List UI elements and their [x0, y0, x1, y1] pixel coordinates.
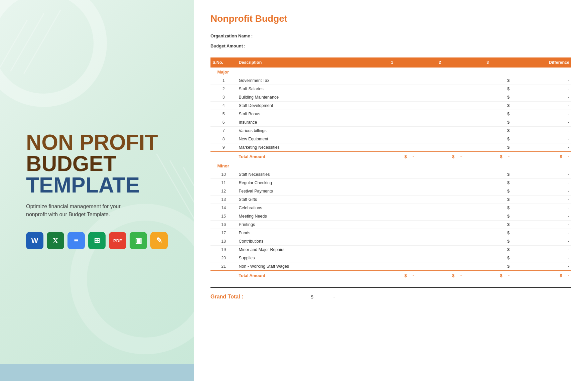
row-col1: [368, 254, 416, 262]
row-desc: New Equipment: [237, 135, 368, 143]
row-desc: Staff Salaries: [237, 85, 368, 93]
table-row: 19 Minor and Major Repairs $ -: [210, 246, 571, 254]
section-header-row: Major: [210, 68, 571, 77]
row-col3: $: [464, 212, 511, 221]
row-col1: [368, 212, 416, 221]
total-diff: $ -: [511, 271, 571, 280]
row-col1: [368, 143, 416, 152]
header-col2: 2: [416, 57, 464, 68]
row-col1: [368, 93, 416, 102]
row-col2: [416, 77, 464, 85]
total-col1: $ -: [368, 271, 416, 280]
row-desc: Meeting Needs: [237, 212, 368, 221]
row-col3: $: [464, 221, 511, 229]
row-desc: Building Maintenance: [237, 93, 368, 102]
row-diff: -: [511, 170, 571, 179]
row-diff: -: [511, 254, 571, 262]
total-diff: $ -: [511, 152, 571, 161]
table-row: 1 Government Tax $ -: [210, 77, 571, 85]
row-col2: [416, 127, 464, 135]
table-row: 8 New Equipment $ -: [210, 135, 571, 143]
row-col1: [368, 246, 416, 254]
row-col2: [416, 262, 464, 271]
section-header-label: Major: [210, 68, 571, 77]
total-col2: $ -: [416, 152, 464, 161]
row-col2: [416, 204, 464, 212]
table-row: 11 Regular Checking $ -: [210, 179, 571, 187]
row-desc: Staff Gifts: [237, 196, 368, 204]
row-sno: 12: [210, 187, 237, 196]
total-sno: [210, 152, 237, 161]
header-diff: Difference: [511, 57, 571, 68]
row-col2: [416, 102, 464, 110]
numbers-icon: ▣: [130, 232, 147, 249]
row-col2: [416, 118, 464, 127]
table-row: 16 Printings $ -: [210, 221, 571, 229]
row-col3: $: [464, 110, 511, 118]
org-name-row: Organization Name :: [210, 32, 571, 39]
row-col1: [368, 110, 416, 118]
budget-amount-label: Budget Amount :: [210, 43, 264, 48]
row-col2: [416, 143, 464, 152]
docs-icon: ≡: [67, 232, 85, 249]
table-row: 18 Contributions $ -: [210, 237, 571, 246]
title-line2: BUDGET: [26, 153, 158, 174]
table-row: 14 Celebrations $ -: [210, 204, 571, 212]
org-name-input[interactable]: [264, 32, 331, 39]
row-col2: [416, 237, 464, 246]
row-diff: -: [511, 246, 571, 254]
table-row: 21 Non - Working Staff Wages $ -: [210, 262, 571, 271]
form-fields: Organization Name : Budget Amount :: [210, 32, 571, 49]
app-icons-row: W Χ ≡ ⊞ PDF ▣ ✎: [26, 232, 168, 249]
header-desc: Description: [237, 57, 368, 68]
row-desc: Funds: [237, 229, 368, 237]
row-col1: [368, 229, 416, 237]
row-diff: -: [511, 204, 571, 212]
row-col3: $: [464, 127, 511, 135]
row-desc: Staff Necessities: [237, 170, 368, 179]
row-desc: Contributions: [237, 237, 368, 246]
row-col3: $: [464, 170, 511, 179]
row-col3: $: [464, 77, 511, 85]
budget-amount-input[interactable]: [264, 42, 331, 49]
section-header-label: Minor: [210, 161, 571, 170]
grand-total-section: Grand Total : $ -: [210, 287, 571, 302]
row-sno: 21: [210, 262, 237, 271]
grand-total-label: Grand Total :: [210, 294, 277, 300]
row-col2: [416, 246, 464, 254]
row-diff: -: [511, 187, 571, 196]
word-icon: W: [26, 232, 43, 249]
table-row: 9 Marketing Necessities $ -: [210, 143, 571, 152]
row-col3: $: [464, 246, 511, 254]
total-col2: $ -: [416, 271, 464, 280]
row-col3: $: [464, 118, 511, 127]
table-row: 15 Meeting Needs $ -: [210, 212, 571, 221]
row-diff: -: [511, 196, 571, 204]
left-panel: NON PROFIT BUDGET TEMPLATE Optimize fina…: [0, 0, 194, 381]
row-diff: -: [511, 93, 571, 102]
row-sno: 16: [210, 221, 237, 229]
title-line1: NON PROFIT: [26, 132, 158, 153]
row-col2: [416, 187, 464, 196]
row-diff: -: [511, 179, 571, 187]
row-desc: Printings: [237, 221, 368, 229]
subtitle: Optimize financial management for your n…: [26, 203, 140, 219]
row-desc: Minor and Major Repairs: [237, 246, 368, 254]
row-col2: [416, 254, 464, 262]
row-col2: [416, 135, 464, 143]
row-desc: Insurance: [237, 118, 368, 127]
total-label: Total Amount: [237, 271, 368, 280]
grand-total-row: Grand Total : $ -: [210, 291, 571, 302]
row-desc: Government Tax: [237, 77, 368, 85]
table-row: 7 Various billings $ -: [210, 127, 571, 135]
pages-icon: ✎: [150, 232, 168, 249]
row-col1: [368, 118, 416, 127]
total-sno: [210, 271, 237, 280]
row-col3: $: [464, 179, 511, 187]
row-sno: 20: [210, 254, 237, 262]
total-col3: $ -: [464, 152, 511, 161]
grand-total-dollar: $: [311, 294, 313, 299]
row-sno: 10: [210, 170, 237, 179]
row-diff: -: [511, 262, 571, 271]
title-line3: TEMPLATE: [26, 174, 158, 196]
